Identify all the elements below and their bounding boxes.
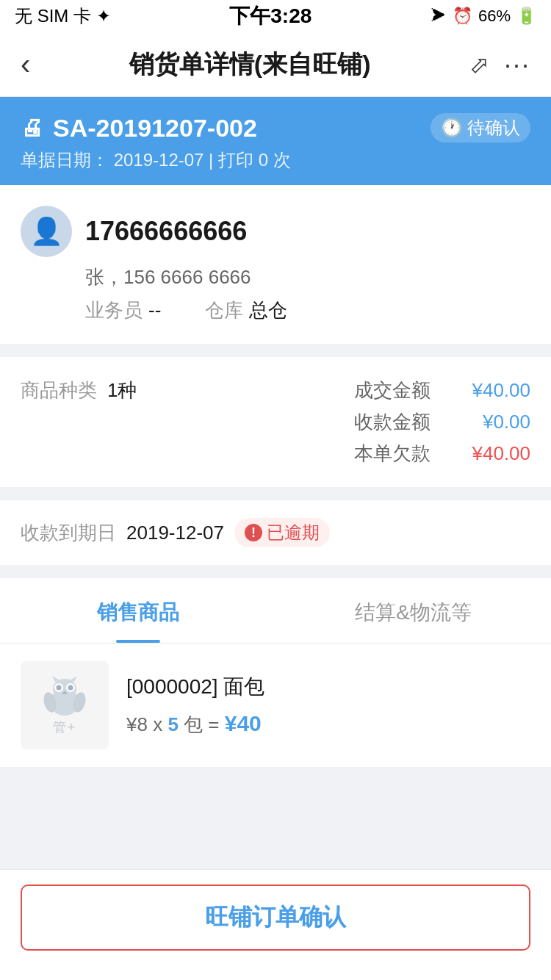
order-id: 🖨 SA-20191207-002 <box>21 114 257 143</box>
overdue-text: 已逾期 <box>267 521 320 544</box>
more-icon[interactable]: ··· <box>504 49 530 80</box>
equals-sign: = <box>208 713 224 735</box>
deal-amount-value: ¥40.00 <box>442 379 530 402</box>
nav-left: ‹ <box>21 48 30 81</box>
back-button[interactable]: ‹ <box>21 48 30 81</box>
product-price-row: ¥8 x 5 包 = ¥40 <box>126 711 530 738</box>
payment-amount-item: 收款金额 ¥0.00 <box>354 409 530 435</box>
status-left: 无 SIM 卡 ✦ <box>15 4 111 28</box>
sim-status: 无 SIM 卡 ✦ <box>15 4 111 28</box>
deal-amount-item: 成交金额 ¥40.00 <box>354 378 530 403</box>
deal-amount-label: 成交金额 <box>354 378 431 403</box>
summary-section: 商品种类 1种 成交金额 ¥40.00 收款金额 ¥0.00 本单欠款 ¥40.… <box>0 357 551 487</box>
avatar: 👤 <box>21 206 72 257</box>
due-date-value: 2019-12-07 <box>126 522 224 544</box>
nav-bar: ‹ 销货单详情(来自旺铺) ⬀ ··· <box>0 32 551 97</box>
confirm-order-button[interactable]: 旺铺订单确认 <box>21 884 530 951</box>
debt-amount-value: ¥40.00 <box>442 442 530 465</box>
product-title: 面包 <box>223 675 264 698</box>
product-owl-icon: 管+ <box>39 674 90 736</box>
svg-point-4 <box>57 685 62 691</box>
clock-icon: 🕐 <box>441 118 463 138</box>
tab-sales-products[interactable]: 销售商品 <box>0 578 276 643</box>
location-icon: ⮞ <box>431 7 447 26</box>
customer-meta: 业务员 -- 仓库 总仓 <box>21 298 530 323</box>
brand-text: 管+ <box>53 718 77 736</box>
order-date-value: 2019-12-07 <box>114 150 204 170</box>
battery-icon: 🔋 <box>516 7 536 26</box>
summary-amounts: 成交金额 ¥40.00 收款金额 ¥0.00 本单欠款 ¥40.00 <box>354 378 530 466</box>
order-status-badge: 🕐 待确认 <box>431 113 530 143</box>
alarm-icon: ⏰ <box>453 7 472 26</box>
total-price: ¥40 <box>225 711 262 735</box>
order-id-text: SA-20191207-002 <box>53 114 257 143</box>
salesperson-value: -- <box>148 299 161 322</box>
status-right: ⮞ ⏰ 66% 🔋 <box>431 7 536 26</box>
nav-right: ⬀ ··· <box>469 49 530 80</box>
overdue-icon: ! <box>245 524 262 541</box>
product-thumbnail: 管+ <box>21 661 109 749</box>
warehouse-item: 仓库 总仓 <box>205 298 287 323</box>
tabs-section: 销售商品 结算&物流等 <box>0 578 551 768</box>
summary-kind: 商品种类 1种 <box>21 378 137 403</box>
svg-point-5 <box>68 685 73 691</box>
payment-amount-value: ¥0.00 <box>442 411 530 433</box>
customer-phone: 17666666666 <box>85 216 247 247</box>
table-row: 管+ [0000002] 面包 ¥8 x 5 包 = ¥40 <box>0 644 551 768</box>
payment-amount-label: 收款金额 <box>354 409 431 435</box>
product-name: [0000002] 面包 <box>126 673 530 701</box>
product-info: [0000002] 面包 ¥8 x 5 包 = ¥40 <box>126 673 530 738</box>
quantity: 5 <box>168 713 178 735</box>
due-date-label: 收款到期日 <box>21 520 116 546</box>
customer-section: 👤 17666666666 张，156 6666 6666 业务员 -- 仓库 … <box>0 185 551 344</box>
order-status-text: 待确认 <box>467 116 520 140</box>
order-header: 🖨 SA-20191207-002 🕐 待确认 单据日期： 2019-12-07… <box>0 97 551 185</box>
page-title: 销货单详情(来自旺铺) <box>129 48 371 82</box>
status-bar: 无 SIM 卡 ✦ 下午3:28 ⮞ ⏰ 66% 🔋 <box>0 0 551 32</box>
share-icon[interactable]: ⬀ <box>469 51 489 79</box>
bottom-button-area: 旺铺订单确认 <box>0 869 551 980</box>
summary-grid: 商品种类 1种 成交金额 ¥40.00 收款金额 ¥0.00 本单欠款 ¥40.… <box>21 378 530 466</box>
overdue-badge: ! 已逾期 <box>234 518 330 547</box>
product-code: [0000002] <box>126 675 218 698</box>
product-list: 管+ [0000002] 面包 ¥8 x 5 包 = ¥40 <box>0 644 551 768</box>
battery-level: 66% <box>478 7 511 26</box>
unit-price: ¥8 <box>126 713 148 735</box>
due-date-section: 收款到期日 2019-12-07 ! 已逾期 <box>0 500 551 565</box>
debt-amount-label: 本单欠款 <box>354 441 431 466</box>
warehouse-label: 仓库 <box>205 298 243 323</box>
order-date-row: 单据日期： 2019-12-07 | 打印 0 次 <box>21 148 530 172</box>
tabs-row: 销售商品 结算&物流等 <box>0 578 551 644</box>
order-id-row: 🖨 SA-20191207-002 🕐 待确认 <box>21 113 530 143</box>
customer-row: 👤 17666666666 <box>21 206 530 257</box>
customer-name: 张，156 6666 6666 <box>21 264 530 290</box>
multiply-sign: x <box>153 713 168 735</box>
tab-settlement-logistics[interactable]: 结算&物流等 <box>276 578 551 643</box>
debt-amount-item: 本单欠款 ¥40.00 <box>354 441 530 466</box>
order-icon: 🖨 <box>21 115 43 140</box>
print-info: | 打印 0 次 <box>209 150 291 170</box>
status-time: 下午3:28 <box>229 2 311 30</box>
unit-text: 包 <box>184 713 203 735</box>
salesperson-label: 业务员 <box>85 298 143 323</box>
salesperson-item: 业务员 -- <box>85 298 161 323</box>
warehouse-value: 总仓 <box>249 298 287 323</box>
date-label: 单据日期： <box>21 150 109 170</box>
kind-label: 商品种类 <box>21 378 97 403</box>
avatar-icon: 👤 <box>30 216 63 247</box>
kind-value: 1种 <box>107 378 137 403</box>
